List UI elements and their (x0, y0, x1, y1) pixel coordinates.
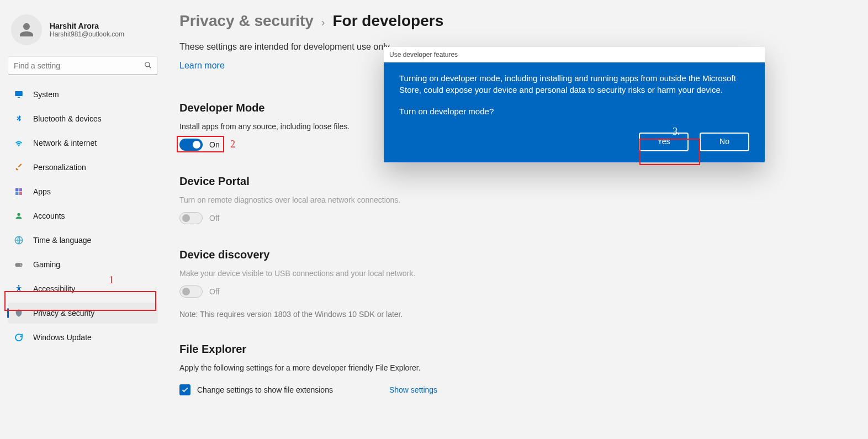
svg-rect-7 (19, 192, 22, 195)
shield-icon (13, 308, 24, 319)
sidebar-item-system[interactable]: System (8, 84, 158, 105)
person-icon (13, 210, 24, 221)
sidebar-item-gaming[interactable]: Gaming (8, 254, 158, 275)
checkbox-label: Change settings to show file extensions (197, 385, 333, 394)
globe-icon (13, 235, 24, 246)
section-device-portal: Device Portal Turn on remote diagnostics… (179, 175, 765, 224)
sidebar-item-personalization[interactable]: Personalization (8, 157, 158, 178)
breadcrumb: Privacy & security › For developers (179, 12, 765, 30)
annotation-label-2: 2 (230, 139, 235, 150)
sidebar-item-label: System (33, 90, 59, 99)
sidebar-item-windows-update[interactable]: Windows Update (8, 327, 158, 348)
show-settings-link[interactable]: Show settings (389, 385, 437, 394)
dialog-no-button[interactable]: No (700, 133, 749, 151)
sidebar-item-bluetooth-devices[interactable]: Bluetooth & devices (8, 108, 158, 129)
section-file-explorer: File Explorer Apply the following settin… (179, 343, 765, 395)
dialog-text-1: Turning on developer mode, including ins… (399, 72, 749, 96)
section-title: Device discovery (179, 248, 765, 261)
dialog-yes-button[interactable]: Yes (639, 133, 689, 151)
svg-point-13 (18, 285, 20, 287)
svg-point-0 (145, 62, 150, 66)
svg-rect-10 (15, 263, 22, 267)
section-subtitle: Make your device visible to USB connecti… (179, 269, 765, 278)
sidebar-item-label: Network & internet (33, 139, 97, 147)
accessibility-icon (13, 283, 24, 294)
toggle-state-label: Off (209, 287, 219, 296)
section-subtitle: Turn on remote diagnostics over local ar… (179, 195, 765, 204)
nav-list: SystemBluetooth & devicesNetwork & inter… (8, 84, 158, 348)
avatar (11, 14, 42, 45)
chevron-right-icon: › (321, 16, 325, 29)
check-icon (181, 386, 189, 394)
device-discovery-toggle[interactable] (179, 285, 203, 298)
dialog-text-2: Turn on developer mode? (399, 105, 749, 117)
device-portal-toggle[interactable] (179, 212, 203, 224)
dialog-buttons: Yes No (399, 133, 749, 151)
toggle-state-label: Off (209, 214, 219, 223)
sidebar-item-time-language[interactable]: Time & language (8, 230, 158, 251)
sidebar-item-label: Apps (33, 187, 51, 196)
sidebar-item-label: Personalization (33, 163, 86, 172)
gaming-icon (13, 259, 24, 270)
sidebar: Harshit Arora Harshit981@outlook.com Sys… (0, 0, 166, 439)
breadcrumb-parent[interactable]: Privacy & security (179, 12, 314, 30)
sidebar-item-accounts[interactable]: Accounts (8, 205, 158, 226)
sidebar-item-network-internet[interactable]: Network & internet (8, 133, 158, 154)
sidebar-item-label: Accessibility (33, 284, 75, 293)
sidebar-item-apps[interactable]: Apps (8, 181, 158, 202)
section-device-discovery: Device discovery Make your device visibl… (179, 248, 765, 319)
profile-email: Harshit981@outlook.com (50, 30, 124, 38)
svg-rect-5 (19, 188, 22, 191)
annotation-label-3: 3. (673, 126, 680, 137)
svg-rect-3 (18, 97, 20, 98)
section-title: Device Portal (179, 175, 765, 188)
sidebar-item-label: Accounts (33, 211, 65, 220)
search-icon (144, 61, 152, 71)
sidebar-item-label: Bluetooth & devices (33, 114, 102, 123)
profile-block[interactable]: Harshit Arora Harshit981@outlook.com (8, 11, 158, 54)
sidebar-item-privacy-security[interactable]: Privacy & security (8, 303, 158, 324)
dialog-body: Turning on developer mode, including ins… (384, 62, 765, 162)
file-ext-row: Change settings to show file extensions … (179, 384, 765, 395)
section-title: File Explorer (179, 343, 765, 356)
breadcrumb-current: For developers (332, 12, 443, 30)
sidebar-item-label: Windows Update (33, 333, 92, 342)
sidebar-item-accessibility[interactable]: Accessibility (8, 278, 158, 299)
svg-point-12 (20, 265, 22, 266)
search-box[interactable] (8, 56, 158, 75)
svg-rect-2 (15, 91, 23, 96)
apps-icon (13, 186, 24, 197)
svg-rect-6 (15, 192, 18, 195)
wifi-icon (13, 137, 24, 149)
annotation-label-1: 1 (109, 274, 114, 286)
svg-rect-4 (15, 188, 18, 191)
toggle-state-label: On (209, 140, 220, 149)
svg-point-8 (17, 213, 20, 216)
dev-mode-toggle[interactable] (179, 139, 203, 151)
person-icon (18, 21, 35, 39)
intro-text: These settings are intended for developm… (179, 42, 391, 51)
device-portal-toggle-row: Off (179, 212, 765, 224)
sidebar-item-label: Time & language (33, 236, 91, 245)
bluetooth-icon (13, 113, 24, 124)
sidebar-item-label: Privacy & security (33, 309, 94, 318)
svg-line-1 (149, 66, 151, 68)
section-subtitle: Apply the following settings for a more … (179, 363, 765, 372)
dialog-title-bar: Use developer features (384, 47, 765, 62)
profile-text: Harshit Arora Harshit981@outlook.com (50, 22, 124, 38)
device-discovery-toggle-row: Off (179, 285, 765, 298)
brush-icon (13, 162, 24, 173)
search-input[interactable] (14, 61, 144, 70)
display-icon (13, 89, 24, 100)
svg-point-11 (20, 264, 21, 265)
section-note: Note: This requires version 1803 of the … (179, 310, 765, 319)
update-icon (13, 332, 24, 343)
learn-more-link[interactable]: Learn more (179, 61, 225, 71)
sidebar-item-label: Gaming (33, 260, 60, 269)
profile-name: Harshit Arora (50, 22, 124, 30)
dev-features-dialog: Use developer features Turning on develo… (384, 47, 765, 162)
file-ext-checkbox[interactable] (179, 384, 190, 395)
